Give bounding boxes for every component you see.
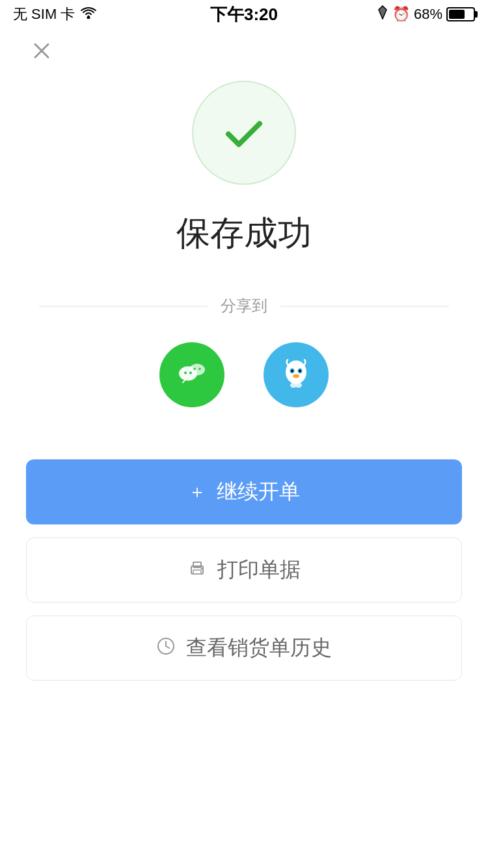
status-time: 下午3:20 bbox=[210, 3, 278, 26]
share-label: 分享到 bbox=[208, 295, 280, 316]
svg-point-13 bbox=[299, 370, 301, 372]
qq-share-button[interactable] bbox=[264, 342, 329, 407]
svg-point-14 bbox=[293, 374, 299, 378]
checkmark-icon bbox=[218, 107, 270, 159]
wechat-icon bbox=[174, 357, 210, 393]
share-divider: 分享到 bbox=[0, 295, 488, 316]
svg-point-6 bbox=[189, 372, 192, 374]
success-circle bbox=[192, 81, 296, 185]
success-title: 保存成功 bbox=[176, 211, 312, 256]
status-right: ⏰ 68% bbox=[377, 5, 475, 23]
qq-icon bbox=[278, 357, 314, 393]
svg-point-20 bbox=[201, 567, 203, 569]
print-label: 打印单据 bbox=[217, 556, 301, 584]
status-bar: 无 SIM 卡 下午3:20 ⏰ 68% bbox=[0, 0, 488, 29]
svg-point-0 bbox=[87, 16, 90, 20]
svg-point-8 bbox=[198, 368, 201, 370]
print-icon bbox=[187, 558, 207, 582]
wifi-icon bbox=[80, 6, 97, 23]
wechat-share-button[interactable] bbox=[159, 342, 224, 407]
svg-point-12 bbox=[291, 370, 293, 372]
clock-icon bbox=[156, 636, 176, 660]
continue-button[interactable]: ＋ 继续开单 bbox=[26, 459, 462, 524]
divider-line-right bbox=[280, 306, 449, 306]
status-left: 无 SIM 卡 bbox=[13, 5, 97, 24]
continue-label: 继续开单 bbox=[217, 478, 300, 506]
close-icon bbox=[31, 40, 52, 61]
plus-icon: ＋ bbox=[188, 480, 206, 504]
action-buttons: ＋ 继续开单 打印单据 bbox=[0, 459, 488, 681]
svg-point-7 bbox=[193, 368, 196, 370]
close-button[interactable] bbox=[26, 35, 57, 66]
battery-percent: 68% bbox=[414, 6, 442, 23]
history-label: 查看销货单历史 bbox=[186, 634, 332, 662]
svg-point-9 bbox=[286, 360, 306, 384]
battery-icon bbox=[446, 7, 475, 21]
print-button[interactable]: 打印单据 bbox=[26, 537, 462, 603]
main-content: 保存成功 分享到 bbox=[0, 29, 488, 681]
share-icons bbox=[159, 342, 329, 407]
alarm-icon: ⏰ bbox=[392, 6, 410, 23]
no-sim-text: 无 SIM 卡 bbox=[13, 5, 75, 24]
svg-point-5 bbox=[184, 372, 187, 374]
location-icon bbox=[377, 5, 388, 23]
svg-point-16 bbox=[295, 383, 302, 388]
divider-line-left bbox=[39, 306, 208, 306]
svg-point-4 bbox=[189, 364, 205, 375]
svg-line-23 bbox=[166, 646, 169, 648]
svg-rect-19 bbox=[193, 570, 201, 574]
history-button[interactable]: 查看销货单历史 bbox=[26, 616, 462, 681]
